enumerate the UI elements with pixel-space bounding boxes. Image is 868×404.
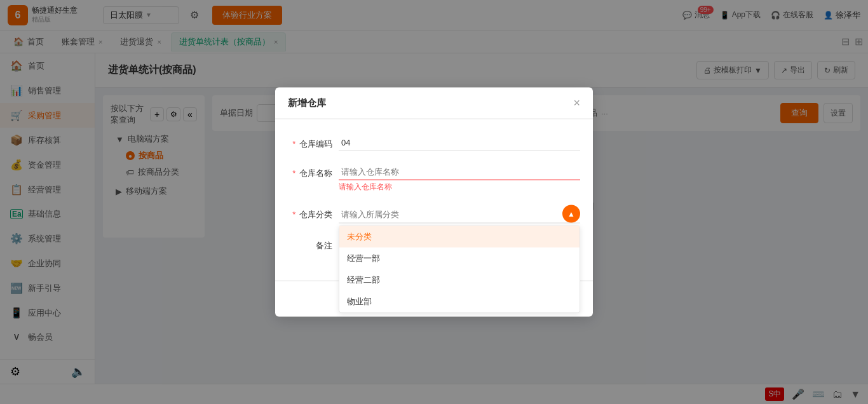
dropdown-item-dept2[interactable]: 经营二部 bbox=[339, 269, 580, 291]
category-input-row: ▲ bbox=[339, 205, 580, 224]
category-input-wrapper: ▲ 未分类 经营一部 经营二部 物业部 bbox=[339, 205, 580, 224]
category-input[interactable] bbox=[339, 206, 562, 222]
dropdown-item-unclassified[interactable]: 未分类 bbox=[339, 226, 580, 248]
name-input-wrapper: 请输入仓库名称 bbox=[339, 164, 580, 192]
category-field: * 仓库分类 ▲ 未分类 经营一部 经营二部 物业部 bbox=[288, 205, 580, 224]
name-field: * 仓库名称 请输入仓库名称 bbox=[288, 164, 580, 192]
dropdown-item-dept3[interactable]: 物业部 bbox=[339, 291, 580, 313]
category-dropdown: 未分类 经营一部 经营二部 物业部 bbox=[339, 226, 580, 313]
name-required: * bbox=[292, 168, 295, 178]
category-toggle-button[interactable]: ▲ bbox=[562, 205, 580, 223]
code-label: * 仓库编码 bbox=[288, 135, 339, 150]
category-required: * bbox=[292, 210, 295, 219]
code-required: * bbox=[292, 139, 295, 149]
name-label: * 仓库名称 bbox=[288, 164, 339, 179]
code-input[interactable] bbox=[339, 135, 580, 151]
dialog-header: 新增仓库 × bbox=[275, 88, 593, 119]
new-warehouse-dialog: 新增仓库 × * 仓库编码 * 仓库名称 请输入仓库名称 bbox=[275, 88, 593, 317]
dropdown-item-dept1[interactable]: 经营一部 bbox=[339, 248, 580, 269]
code-input-wrapper bbox=[339, 135, 580, 151]
name-error-msg: 请输入仓库名称 bbox=[339, 182, 580, 192]
category-label: * 仓库分类 bbox=[288, 205, 339, 220]
dialog-body: * 仓库编码 * 仓库名称 请输入仓库名称 * 仓库分类 bbox=[275, 119, 593, 281]
note-label: 备注 bbox=[288, 236, 339, 252]
code-field: * 仓库编码 bbox=[288, 135, 580, 151]
dialog-close-button[interactable]: × bbox=[573, 97, 580, 110]
dialog-title: 新增仓库 bbox=[288, 97, 326, 109]
name-input[interactable] bbox=[339, 164, 580, 180]
